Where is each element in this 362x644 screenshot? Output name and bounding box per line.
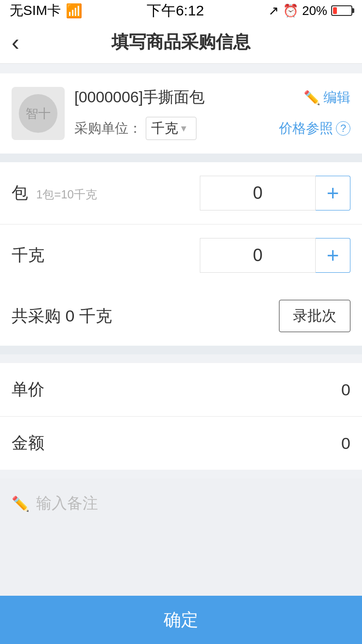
summary-text: 共采购 0 千克	[12, 305, 112, 327]
bag-input-right: +	[200, 176, 350, 210]
kg-quantity-input[interactable]	[200, 238, 316, 273]
bag-quantity-input[interactable]	[200, 176, 316, 210]
input-section: 包 1包=10千克 + 千克 +	[0, 162, 362, 286]
status-bar: 无SIM卡 📶 下午6:12 ↗ ⏰ 20%	[0, 0, 362, 21]
edit-icon: ✏️	[304, 90, 320, 106]
battery-indicator	[331, 5, 352, 16]
kg-plus-button[interactable]: +	[316, 238, 350, 273]
unit-price-row: 单价 0	[0, 363, 362, 417]
divider-1	[0, 154, 362, 162]
back-icon: ‹	[12, 29, 19, 56]
price-ref-question-icon: ?	[336, 121, 350, 136]
input-row-bag: 包 1包=10千克 +	[0, 162, 362, 224]
bag-sub: 1包=10千克	[36, 188, 97, 201]
page-title: 填写商品采购信息	[111, 30, 251, 54]
carrier-text: 无SIM卡	[10, 1, 61, 20]
unit-label: 采购单位：	[74, 119, 142, 138]
amount-row: 金额 0	[0, 417, 362, 470]
kg-label-group: 千克	[12, 244, 44, 266]
edit-label: 编辑	[323, 88, 350, 107]
product-logo: 智十	[19, 94, 57, 133]
edit-button[interactable]: ✏️ 编辑	[304, 88, 350, 107]
input-row-kg: 千克 +	[0, 224, 362, 286]
back-button[interactable]: ‹	[12, 29, 19, 56]
status-left: 无SIM卡 📶	[10, 1, 83, 20]
unit-price-value: 0	[341, 380, 350, 399]
price-section: 单价 0 金额 0	[0, 363, 362, 470]
product-name-row: [0000006]手撕面包 ✏️ 编辑	[74, 87, 350, 108]
amount-label: 金额	[12, 432, 44, 454]
batch-button[interactable]: 录批次	[279, 300, 350, 332]
amount-value: 0	[341, 434, 350, 453]
product-card: 智十 [0000006]手撕面包 ✏️ 编辑 采购单位： 千克 ▾ 价格参照 ?	[0, 73, 362, 154]
battery-percent: 20%	[302, 3, 327, 18]
bag-label-group: 包 1包=10千克	[12, 182, 97, 204]
price-ref-button[interactable]: 价格参照 ?	[279, 119, 350, 138]
location-icon: ↗	[268, 3, 279, 18]
bag-label: 包	[12, 183, 28, 202]
product-info: [0000006]手撕面包 ✏️ 编辑 采购单位： 千克 ▾ 价格参照 ?	[74, 87, 350, 140]
divider-2	[0, 346, 362, 354]
bag-plus-button[interactable]: +	[316, 176, 350, 210]
confirm-button[interactable]: 确定	[0, 596, 362, 644]
status-right: ↗ ⏰ 20%	[268, 3, 352, 18]
logo-text: 智十	[26, 105, 51, 122]
dropdown-arrow: ▾	[181, 122, 186, 135]
pencil-icon: ✏️	[12, 495, 29, 512]
unit-selector-group: 采购单位： 千克 ▾	[74, 117, 196, 140]
product-full-name: [0000006]手撕面包	[74, 87, 205, 108]
price-ref-label: 价格参照	[279, 119, 333, 138]
kg-label: 千克	[12, 246, 44, 264]
status-time: 下午6:12	[147, 1, 204, 21]
remark-section[interactable]: ✏️ 输入备注	[0, 478, 362, 529]
unit-price-label: 单价	[12, 378, 44, 401]
kg-input-right: +	[200, 238, 350, 273]
unit-row: 采购单位： 千克 ▾ 价格参照 ?	[74, 117, 350, 140]
unit-value: 千克	[151, 119, 178, 138]
nav-bar: ‹ 填写商品采购信息	[0, 21, 362, 64]
clock-icon: ⏰	[283, 3, 298, 18]
product-image: 智十	[12, 87, 65, 140]
remark-placeholder: 输入备注	[36, 493, 98, 514]
summary-row: 共采购 0 千克 录批次	[0, 286, 362, 346]
wifi-icon: 📶	[66, 3, 83, 19]
unit-select[interactable]: 千克 ▾	[146, 117, 196, 140]
confirm-button-label: 确定	[164, 608, 198, 632]
